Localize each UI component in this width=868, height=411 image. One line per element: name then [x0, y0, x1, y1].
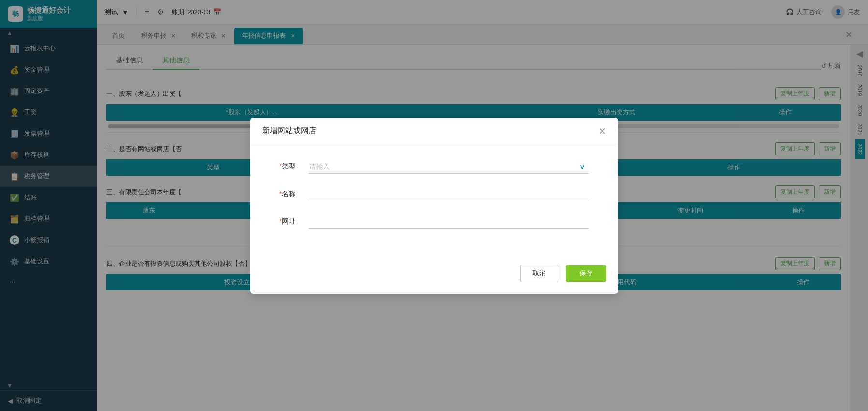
name-input[interactable] — [309, 187, 589, 201]
type-input[interactable] — [309, 160, 589, 174]
dialog-footer: 取消 保存 — [250, 257, 618, 294]
cancel-button[interactable]: 取消 — [520, 265, 558, 282]
type-label: *类型 — [280, 162, 309, 171]
dialog-title: 新增网站或网店 — [262, 126, 316, 136]
dialog-overlay[interactable]: 新增网站或网店 ✕ *类型 ∨ *名称 — [0, 0, 868, 411]
form-row-name: *名称 — [280, 187, 589, 201]
url-input-wrap — [309, 215, 589, 229]
save-button[interactable]: 保存 — [566, 265, 606, 282]
dialog-close-btn[interactable]: ✕ — [598, 125, 606, 137]
url-input[interactable] — [309, 215, 589, 229]
dialog-body: *类型 ∨ *名称 *网址 — [250, 145, 618, 257]
url-label: *网址 — [280, 217, 309, 226]
type-dropdown-icon[interactable]: ∨ — [579, 162, 585, 171]
name-input-wrap — [309, 187, 589, 201]
form-row-url: *网址 — [280, 215, 589, 229]
type-input-wrap: ∨ — [309, 160, 589, 174]
add-website-dialog: 新增网站或网店 ✕ *类型 ∨ *名称 — [250, 118, 618, 294]
name-label: *名称 — [280, 190, 309, 198]
form-row-type: *类型 ∨ — [280, 160, 589, 174]
dialog-header: 新增网站或网店 ✕ — [250, 118, 618, 145]
